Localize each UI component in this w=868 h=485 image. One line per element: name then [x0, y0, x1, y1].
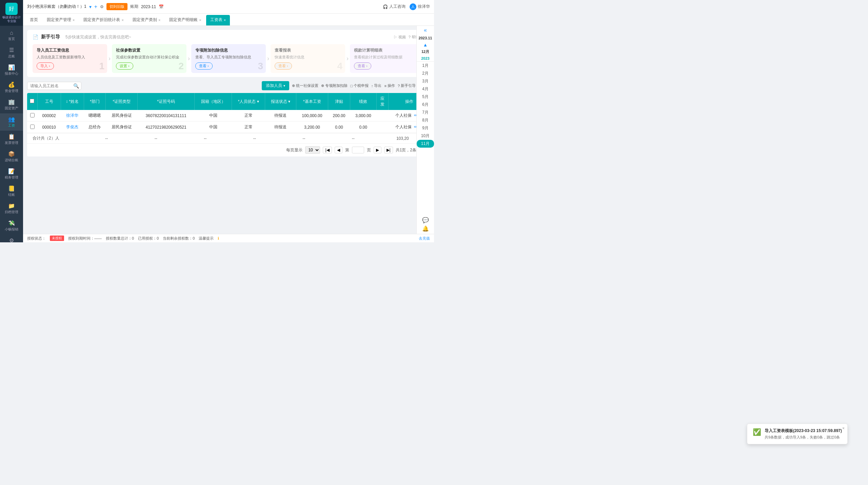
last-page-btn[interactable]: ▶|	[384, 147, 393, 153]
switch-version-btn[interactable]: 切到旧版	[106, 3, 127, 10]
row2-checkbox[interactable]	[30, 125, 35, 129]
first-page-btn[interactable]: |◀	[323, 147, 332, 153]
page-size-select[interactable]: 10 20 50	[305, 146, 320, 154]
tab-depreciation-close[interactable]: ×	[121, 18, 123, 22]
tab-salary[interactable]: 工资表 ×	[206, 15, 230, 25]
logo-text: 畅捷通好会计专业版	[2, 16, 21, 23]
social-icon: ⊕	[292, 83, 295, 88]
social-security-btn[interactable]: ⊕ 统一社保设置	[292, 83, 318, 88]
sidebar-item-close[interactable]: 📒 结账	[0, 183, 23, 200]
sidebar-item-settings[interactable]: ⚙ 设置	[0, 235, 23, 242]
tab-categories[interactable]: 固定资产类别 ×	[129, 15, 164, 25]
table-footer: 合计共（2）人 -- -- -- -- -- -- 103,20	[27, 133, 430, 143]
step1-title: 导入员工工资信息	[37, 48, 103, 53]
search-btn[interactable]: 🔍	[73, 83, 79, 89]
col-checkbox	[27, 93, 37, 110]
finance-icon: 💰	[8, 81, 15, 88]
month-3[interactable]: 3月	[417, 77, 434, 85]
next-page-btn[interactable]: ▶	[374, 147, 381, 153]
month-8[interactable]: 8月	[417, 116, 434, 124]
sidebar-item-label: 首页	[8, 37, 15, 41]
tab-categories-label: 固定资产类别	[133, 17, 157, 23]
step2-num: 2	[178, 61, 184, 72]
tab-salary-close[interactable]: ×	[224, 18, 226, 22]
ledger-icon: ☰	[9, 47, 14, 53]
tab-fixed-assets-close[interactable]: ×	[73, 18, 75, 22]
row2-name-link[interactable]: 李俊杰	[66, 125, 78, 129]
sidebar-item-salary[interactable]: 👥 工资	[0, 113, 23, 131]
step5-btn[interactable]: 查看 ›	[354, 62, 371, 70]
sidebar-item-ledger[interactable]: ☰ 总账	[0, 44, 23, 61]
sidebar-item-assets[interactable]: 🏢 固定资产	[0, 96, 23, 113]
step2-desc: 完成社保参数设置自动计算社保公积金	[116, 55, 182, 60]
row1-checkbox[interactable]	[30, 113, 35, 117]
month-5[interactable]: 5月	[417, 93, 434, 101]
export-icon: ↑	[371, 84, 373, 88]
tab-detail-ledger-close[interactable]: ×	[199, 18, 201, 22]
step3-btn[interactable]: 查看 ›	[195, 62, 213, 70]
page-input[interactable]: 1	[352, 147, 364, 153]
operation-btn[interactable]: ≡ 操作	[384, 83, 395, 88]
close-period-icon: 📒	[8, 185, 15, 192]
add-person-btn[interactable]: 添加人员 ▾	[262, 81, 289, 90]
sidebar-item-expense[interactable]: 💸 小畅报销	[0, 217, 23, 235]
collapse-panel-btn[interactable]: «	[422, 26, 428, 35]
sidebar-item-inventory[interactable]: 📦 进销台账	[0, 148, 23, 165]
tab-categories-close[interactable]: ×	[158, 18, 160, 22]
sidebar-item-label: 小畅报销	[5, 227, 18, 232]
tab-detail-ledger[interactable]: 固定资产明细账 ×	[165, 15, 205, 25]
calendar-icon[interactable]: 📅	[159, 4, 164, 9]
sidebar-item-label: 固定资产	[5, 106, 18, 111]
export-btn[interactable]: ↑ 导出	[371, 83, 382, 88]
tab-depreciation[interactable]: 固定资产折旧统计表 ×	[79, 15, 127, 25]
sidebar-item-tax[interactable]: 📝 税务管理	[0, 165, 23, 183]
tab-fixed-assets[interactable]: 固定资产管理 ×	[43, 15, 79, 25]
prev-page-btn[interactable]: ◀	[335, 147, 342, 153]
row1-name-link[interactable]: 徐泽华	[66, 113, 78, 118]
month-4[interactable]: 4月	[417, 85, 434, 93]
month-11[interactable]: 11月	[417, 140, 434, 148]
account-dropdown-btn[interactable]: ▾	[89, 4, 92, 10]
step1-btn[interactable]: 导入 ›	[37, 62, 54, 70]
month-9[interactable]: 9月	[417, 124, 434, 132]
row2-dept: 总经办	[84, 122, 105, 133]
guide-btn[interactable]: ? 新手引导	[398, 83, 416, 88]
month-2[interactable]: 2月	[417, 70, 434, 77]
tab-home[interactable]: 首页	[26, 15, 42, 25]
chat-icon[interactable]: 💬	[422, 217, 429, 223]
add-account-btn[interactable]: +	[94, 4, 97, 10]
row2-id-type: 居民身份证	[106, 122, 138, 133]
deduction-btn[interactable]: ⊕ 专项附加扣除	[321, 83, 348, 88]
month-1[interactable]: 1月	[417, 62, 434, 70]
operation-icon: ≡	[384, 84, 386, 88]
pagination: 每页显示 10 20 50 |◀ ◀ 第 1 页 ▶ ▶| 共1页，2条记录	[27, 143, 430, 156]
charge-link[interactable]: 去充值	[419, 236, 430, 241]
current-period-display: 2023.11	[417, 35, 434, 41]
guide-title-icon: 📄	[33, 34, 38, 40]
sidebar-item-finance[interactable]: 💰 资金管理	[0, 79, 23, 96]
topbar-actions: 切到旧版 账期 2023-11 📅	[106, 3, 164, 10]
tax-report-btn[interactable]: □ 个税申报	[350, 83, 369, 88]
row2-submit: 待报送	[265, 122, 296, 133]
sidebar-item-home[interactable]: ⌂ 首页	[0, 27, 23, 44]
select-all-checkbox[interactable]	[30, 99, 34, 103]
month-10[interactable]: 10月	[417, 132, 434, 140]
footer-dash4: --	[230, 136, 279, 141]
step2-btn[interactable]: 设置 ›	[116, 62, 133, 70]
year-up-btn[interactable]: ▲	[422, 41, 429, 48]
sidebar-item-reports[interactable]: 📊 报表中心	[0, 61, 23, 79]
col-base-salary: *基本工资	[296, 93, 328, 110]
user-info[interactable]: 人 徐泽华	[410, 3, 430, 10]
sidebar-item-archive[interactable]: 📁 归档管理	[0, 200, 23, 217]
month-6[interactable]: 6月	[417, 101, 434, 109]
bell-icon[interactable]: 🔔	[422, 225, 429, 232]
video-btn[interactable]: ▷ 视频	[394, 35, 406, 40]
month-7[interactable]: 7月	[417, 109, 434, 116]
sidebar-item-invoice[interactable]: 📋 发票管理	[0, 131, 23, 148]
total-auth: 授权数量总计：0	[106, 236, 134, 241]
consultant-btn[interactable]: 🎧 人工咨询	[383, 4, 406, 10]
sidebar-item-label: 进销台账	[5, 158, 18, 163]
footer-total: 合计共（2）人	[30, 135, 82, 141]
settings-btn[interactable]: ⚙	[100, 4, 104, 9]
step4-btn[interactable]: 查看 ›	[275, 62, 292, 70]
